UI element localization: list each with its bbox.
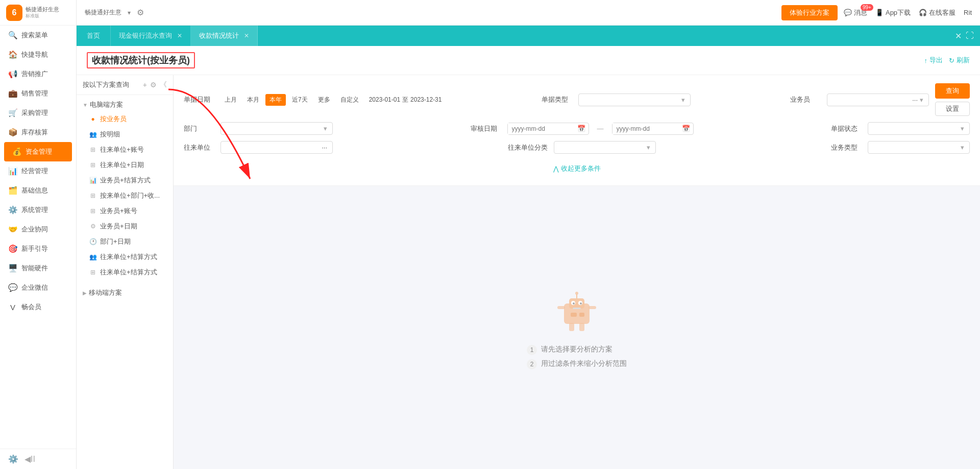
app-download-button[interactable]: 📱 App下载 — [875, 8, 911, 17]
date-tab-more[interactable]: 更多 — [314, 94, 334, 106]
scheme-settings-icon[interactable]: ⚙ — [150, 81, 157, 89]
sidebar-item-quick-nav[interactable]: 🏠 快捷导航 — [0, 45, 76, 64]
tab-collection-stats-close-icon[interactable]: ✕ — [244, 32, 249, 39]
basic-icon: 🗂️ — [8, 186, 17, 195]
salesperson-select[interactable]: ··· ▾ — [827, 93, 929, 106]
export-icon: ↑ — [924, 57, 928, 64]
partner-settlement2-icon: ⊞ — [89, 268, 97, 276]
sidebar-item-finance[interactable]: 💰 资金管理 — [4, 142, 72, 161]
scheme-item-salesperson-account[interactable]: ⊞ 业务员+账号 — [77, 203, 173, 219]
date-tab-this-month[interactable]: 本月 — [243, 94, 263, 106]
svg-rect-7 — [571, 313, 577, 317]
sidebar-item-label: 采购管理 — [21, 108, 48, 118]
tab-home[interactable]: 首页 — [77, 26, 111, 46]
scheme-item-by-detail[interactable]: 👥 按明细 — [77, 127, 173, 142]
date-tab-last-7[interactable]: 近7天 — [288, 94, 312, 106]
partner-select[interactable]: ··· — [220, 141, 333, 154]
hint-text-1: 请先选择要分析的方案 — [541, 345, 612, 354]
date-tab-custom[interactable]: 自定义 — [336, 94, 363, 106]
sidebar-item-label: 营销推广 — [21, 69, 48, 79]
sidebar-item-inventory[interactable]: 📦 库存核算 — [0, 123, 76, 142]
scheme-item-by-partner-dept[interactable]: ⊞ 按来单位+部门+收... — [77, 188, 173, 203]
scheme-group-mobile: ▶ 移动端方案 — [77, 283, 173, 302]
scheme-item-by-salesperson[interactable]: ● 按业务员 — [77, 111, 173, 127]
sidebar-item-guide[interactable]: 🎯 新手引导 — [0, 239, 76, 259]
filter-row-1: 单据日期 上月 本月 本年 近7天 更多 自定义 2023-01-01 — [184, 83, 970, 116]
doc-type-select[interactable]: ▾ — [578, 93, 691, 106]
collapse-button[interactable]: ⋀ 收起更多条件 — [184, 160, 970, 177]
salesperson-more-icon[interactable]: ··· — [912, 96, 918, 104]
logo-text: 畅捷通好生意 — [26, 6, 59, 13]
sidebar-settings-icon[interactable]: ⚙️ — [8, 454, 18, 464]
sidebar-nav: 🔍 搜索菜单 🏠 快捷导航 📢 营销推广 💼 销售管理 🛒 采购管理 📦 — [0, 26, 76, 449]
dept-label: 部门 — [184, 124, 214, 133]
sidebar-item-purchase[interactable]: 🛒 采购管理 — [0, 103, 76, 123]
partner-more-icon[interactable]: ··· — [322, 144, 327, 151]
sidebar-item-label: 畅会员 — [21, 302, 41, 312]
scheme-item-partner-account[interactable]: ⊞ 往来单位+账号 — [77, 142, 173, 157]
export-button[interactable]: ↑ 导出 — [924, 56, 943, 65]
scheme-item-salesperson-date[interactable]: ⚙ 业务员+日期 — [77, 219, 173, 234]
tab-close-all-icon[interactable]: ✕ — [955, 31, 962, 41]
page-header: 收款情况统计(按业务员) ↑ 导出 ↻ 刷新 — [77, 46, 980, 75]
sales-icon: 💼 — [8, 89, 17, 98]
scheme-item-label: 业务员+结算方式 — [100, 176, 151, 185]
sidebar-item-search-menu[interactable]: 🔍 搜索菜单 — [0, 26, 76, 45]
refresh-button[interactable]: ↻ 刷新 — [949, 56, 970, 65]
breadcrumb-dropdown-icon[interactable]: ▾ — [128, 9, 131, 16]
partner-category-select[interactable]: ▾ — [554, 141, 656, 154]
robot-svg — [551, 288, 602, 334]
sidebar-item-sales[interactable]: 💼 销售管理 — [0, 84, 76, 103]
tab-collection-stats[interactable]: 收款情况统计 ✕ — [191, 26, 258, 46]
svg-point-4 — [573, 302, 575, 304]
date-label: 单据日期 — [184, 95, 214, 104]
scheme-item-partner-settlement1[interactable]: 👥 往来单位+结算方式 — [77, 249, 173, 265]
sidebar-item-system[interactable]: ⚙️ 系统管理 — [0, 200, 76, 220]
date-start: 2023-01-01 — [369, 96, 400, 103]
scheme-add-icon[interactable]: + — [143, 81, 147, 89]
sidebar-item-member[interactable]: V 畅会员 — [0, 297, 76, 317]
scheme-group-desktop-title[interactable]: ▼ 电脑端方案 — [77, 98, 173, 111]
scheme-item-partner-date[interactable]: ⊞ 往来单位+日期 — [77, 157, 173, 173]
sidebar-item-basic[interactable]: 🗂️ 基础信息 — [0, 181, 76, 200]
scheme-group-mobile-title[interactable]: ▶ 移动端方案 — [77, 286, 173, 299]
sidebar-item-operation[interactable]: 📊 经营管理 — [0, 161, 76, 181]
scheme-header-label: 按以下方案查询 — [83, 80, 140, 89]
sidebar-item-enterprise[interactable]: 🤝 企业协同 — [0, 220, 76, 239]
tab-bank-flow[interactable]: 现金银行流水查询 ✕ — [111, 26, 191, 46]
dept-select[interactable]: ▾ — [220, 122, 333, 135]
trial-button[interactable]: 体验行业方案 — [781, 5, 838, 20]
svg-rect-11 — [569, 323, 574, 331]
doc-status-select[interactable]: ▾ — [868, 122, 970, 135]
scheme-item-salesperson-settlement[interactable]: 📊 业务员+结算方式 — [77, 173, 173, 188]
review-date-end-calendar-icon[interactable]: 📅 — [679, 125, 693, 132]
set-button[interactable]: 设置 — [935, 102, 970, 116]
biz-type-select[interactable]: ▾ — [868, 141, 970, 154]
sidebar-collapse-icon[interactable]: ◀II — [24, 454, 35, 464]
message-icon: 💬 — [844, 9, 852, 16]
tab-maximize-icon[interactable]: ⛶ — [966, 31, 974, 40]
date-tab-last-month[interactable]: 上月 — [220, 94, 241, 106]
finance-icon: 💰 — [12, 147, 21, 156]
scheme-item-partner-settlement2[interactable]: ⊞ 往来单位+结算方式 — [77, 265, 173, 280]
svg-rect-12 — [579, 323, 584, 331]
scheme-item-label: 往来单位+账号 — [100, 145, 144, 154]
date-tab-this-year[interactable]: 本年 — [265, 94, 286, 106]
scheme-item-dept-date[interactable]: 🕐 部门+日期 — [77, 234, 173, 249]
query-button[interactable]: 查询 — [935, 83, 970, 99]
sidebar-item-hardware[interactable]: 🖥️ 智能硬件 — [0, 259, 76, 278]
review-date-end-input[interactable] — [612, 123, 679, 134]
tab-bank-flow-close-icon[interactable]: ✕ — [177, 32, 182, 39]
online-service-button[interactable]: 🎧 在线客服 — [919, 8, 955, 17]
sidebar-item-wechat[interactable]: 💬 企业微信 — [0, 278, 76, 297]
scheme-collapse-icon[interactable]: 《 — [160, 80, 167, 89]
svg-rect-6 — [573, 308, 581, 309]
hardware-icon: 🖥️ — [8, 264, 17, 273]
sidebar: 6 畅捷通好生意 标准版 🔍 搜索菜单 🏠 快捷导航 📢 营销推广 💼 — [0, 0, 77, 469]
empty-hints: 1 请先选择要分析的方案 2 用过滤条件来缩小分析范围 — [527, 345, 627, 369]
header-gear-icon[interactable]: ⚙ — [137, 8, 144, 17]
review-date-start-input[interactable] — [508, 123, 574, 134]
messages-button[interactable]: 💬 消息 99+ — [844, 8, 867, 17]
sidebar-item-marketing[interactable]: 📢 营销推广 — [0, 64, 76, 84]
review-date-start-calendar-icon[interactable]: 📅 — [574, 125, 589, 132]
